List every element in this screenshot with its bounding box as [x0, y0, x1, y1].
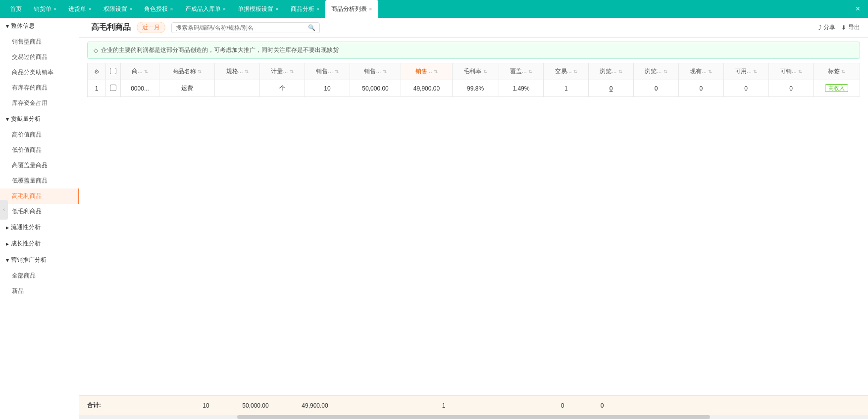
sidebar-item-category-rate[interactable]: 商品分类助销率 — [0, 65, 79, 80]
sidebar-item-new-goods[interactable]: 新品 — [0, 283, 79, 299]
column-browse1[interactable]: 浏览... ⇅ — [589, 63, 634, 80]
nav-tab-template[interactable]: 单据模板设置 × — [232, 0, 284, 18]
share-icon: ⤴ — [818, 24, 821, 31]
cell-browse1[interactable]: 0 — [589, 80, 634, 97]
column-sales-count[interactable]: 销售... ⇅ — [305, 63, 350, 80]
close-icon[interactable]: × — [275, 6, 278, 12]
search-input[interactable] — [176, 24, 306, 31]
column-unit[interactable]: 计量... ⇅ — [260, 63, 305, 80]
filter-recent-month-button[interactable]: 近一月 — [137, 22, 165, 33]
nav-tab-sales[interactable]: 销货单 × — [28, 0, 62, 18]
chevron-down-icon: ▾ — [6, 116, 9, 123]
sidebar-item-high-coverage[interactable]: 高覆盖量商品 — [0, 158, 79, 173]
column-sellable[interactable]: 可销... ⇅ — [768, 63, 814, 80]
sidebar-group-marketing[interactable]: ▾ 营销推广分析 — [0, 252, 79, 268]
column-current-stock[interactable]: 现有... ⇅ — [678, 63, 723, 80]
nav-tab-roles[interactable]: 角色授权 × — [138, 0, 179, 18]
share-button[interactable]: ⤴ 分享 — [818, 23, 835, 32]
window-close-button[interactable]: × — [852, 4, 864, 13]
sidebar-group-contribution[interactable]: ▾ 贡献量分析 — [0, 111, 79, 127]
footer-available: 0 — [582, 402, 622, 409]
sort-icon: ⇅ — [290, 69, 294, 74]
column-settings[interactable]: ⚙ — [88, 63, 106, 80]
top-navigation: 首页 销货单 × 进货单 × 权限设置 × 角色授权 × 产成品入库单 × 单据… — [0, 0, 868, 18]
cell-name: 运费 — [159, 80, 215, 97]
sidebar-item-high-margin[interactable]: 高毛利商品 — [0, 188, 79, 204]
close-icon[interactable]: × — [369, 6, 372, 12]
sort-icon: ⇅ — [798, 69, 802, 74]
sidebar-item-high-value[interactable]: 高价值商品 — [0, 127, 79, 142]
nav-tab-analysis-list[interactable]: 商品分析列表 × — [325, 0, 378, 18]
cell-available: 0 — [723, 80, 768, 97]
sidebar-item-low-coverage[interactable]: 低覆盖量商品 — [0, 173, 79, 188]
export-button[interactable]: ⬇ 导出 — [841, 23, 860, 32]
sidebar-group-growth[interactable]: ▸ 成长性分析 — [0, 235, 79, 252]
sort-icon: ⇅ — [434, 69, 438, 74]
search-icon[interactable]: 🔍 — [308, 24, 315, 31]
close-icon[interactable]: × — [88, 6, 91, 12]
footer-total-row: 合计: 10 50,000.00 49,900.00 1 0 0 — [79, 395, 868, 415]
footer-transaction: 1 — [424, 402, 463, 409]
close-icon[interactable]: × — [129, 6, 132, 12]
sidebar-collapse-button[interactable]: ‹ — [0, 200, 8, 220]
sidebar-item-low-value[interactable]: 低价值商品 — [0, 142, 79, 158]
sidebar-item-traded-goods[interactable]: 交易过的商品 — [0, 49, 79, 65]
sort-icon: ⇅ — [483, 69, 487, 74]
close-icon[interactable]: × — [316, 6, 319, 12]
cell-code: 0000... — [121, 80, 159, 97]
nav-tab-permissions[interactable]: 权限设置 × — [98, 0, 138, 18]
column-sales-profit[interactable]: 销售... ⇅ — [401, 63, 452, 80]
close-icon[interactable]: × — [53, 6, 56, 12]
column-name[interactable]: 商品名称 ⇅ — [159, 63, 215, 80]
cell-spec — [215, 80, 260, 97]
data-table: ⚙ 商... ⇅ 商品名称 ⇅ 规格... — [87, 63, 860, 97]
close-icon[interactable]: × — [223, 6, 226, 12]
sidebar-group-overview[interactable]: ▾ 整体信息 — [0, 18, 79, 34]
export-icon: ⬇ — [841, 24, 846, 31]
chevron-down-icon: ▾ — [6, 23, 9, 30]
nav-tab-analysis[interactable]: 商品分析 × — [285, 0, 325, 18]
cell-gross-margin: 99.8% — [452, 80, 499, 97]
footer-cells: 10 50,000.00 49,900.00 1 0 0 — [186, 402, 860, 409]
cell-unit: 个 — [260, 80, 305, 97]
cell-coverage: 1.49% — [499, 80, 544, 97]
column-spec[interactable]: 规格... ⇅ — [215, 63, 260, 80]
nav-tab-production[interactable]: 产成品入库单 × — [179, 0, 232, 18]
sort-icon: ⇅ — [664, 69, 667, 74]
info-icon: ◇ — [94, 47, 98, 54]
data-table-wrapper: ⚙ 商... ⇅ 商品名称 ⇅ 规格... — [79, 63, 868, 395]
horizontal-scrollbar[interactable] — [79, 415, 868, 419]
cell-sellable: 0 — [768, 80, 814, 97]
nav-tab-purchase[interactable]: 进货单 × — [62, 0, 97, 18]
chevron-down-icon: ▾ — [6, 257, 9, 264]
sidebar-item-low-margin[interactable]: 低毛利商品 — [0, 204, 79, 219]
header-actions: ⤴ 分享 ⬇ 导出 — [818, 23, 860, 32]
sort-icon: ⇅ — [618, 69, 622, 74]
sidebar-item-all-goods[interactable]: 全部商品 — [0, 268, 79, 283]
column-code[interactable]: 商... ⇅ — [121, 63, 159, 80]
column-browse2[interactable]: 浏览... ⇅ — [634, 63, 679, 80]
scrollbar-thumb[interactable] — [237, 415, 711, 419]
nav-tab-home[interactable]: 首页 — [4, 0, 28, 18]
sidebar-group-circulation[interactable]: ▸ 流通性分析 — [0, 219, 79, 235]
sidebar: ▾ 整体信息 销售型商品 交易过的商品 商品分类助销率 有库存的商品 库存资金占… — [0, 18, 79, 419]
sort-icon: ⇅ — [841, 69, 845, 74]
column-coverage[interactable]: 覆盖... ⇅ — [499, 63, 544, 80]
sidebar-item-stock-capital[interactable]: 库存资金占用 — [0, 95, 79, 111]
column-tag[interactable]: 标签 ⇅ — [814, 63, 860, 80]
sort-icon: ⇅ — [708, 69, 712, 74]
table-row: 1 0000... 运费 — [88, 80, 860, 97]
close-icon[interactable]: × — [170, 6, 173, 12]
row-checkbox[interactable] — [110, 85, 116, 91]
cell-browse2: 0 — [634, 80, 679, 97]
footer-empty3 — [463, 402, 503, 409]
sidebar-item-in-stock[interactable]: 有库存的商品 — [0, 80, 79, 95]
footer-sales-profit: 49,900.00 — [285, 402, 345, 409]
column-transaction[interactable]: 交易... ⇅ — [544, 63, 589, 80]
main-layout: ▾ 整体信息 销售型商品 交易过的商品 商品分类助销率 有库存的商品 库存资金占… — [0, 18, 868, 419]
column-available[interactable]: 可用... ⇅ — [723, 63, 768, 80]
column-gross-margin[interactable]: 毛利率 ⇅ — [452, 63, 499, 80]
sidebar-item-sales-goods[interactable]: 销售型商品 — [0, 34, 79, 49]
column-sales-amount[interactable]: 销售... ⇅ — [350, 63, 401, 80]
select-all-checkbox[interactable] — [110, 68, 116, 74]
